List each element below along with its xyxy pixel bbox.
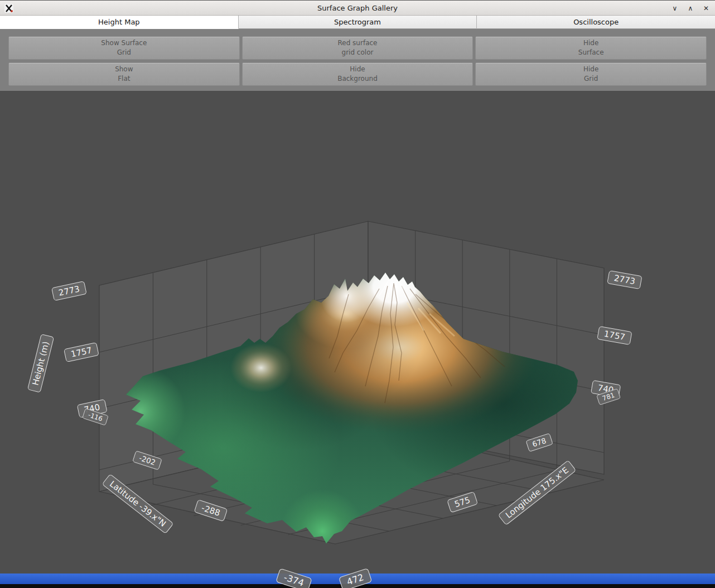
tab-height-map[interactable]: Height Map xyxy=(0,16,239,29)
surface-grid-color-button[interactable]: Red surface grid color xyxy=(242,36,474,60)
button-label: Show Surface xyxy=(9,38,239,48)
window-title: Surface Graph Gallery xyxy=(0,1,715,16)
desktop-taskbar[interactable] xyxy=(0,574,715,584)
screen-bottom-edge xyxy=(0,584,715,588)
button-label: Hide xyxy=(476,38,706,48)
button-label: Red surface xyxy=(243,38,473,48)
button-label: Hide xyxy=(243,65,473,74)
tab-bar: Height Map Spectrogram Oscilloscope xyxy=(0,16,715,29)
button-label: Hide xyxy=(476,65,706,74)
close-button[interactable]: ✕ xyxy=(702,4,711,13)
button-label: Grid xyxy=(476,74,706,84)
app-window: Surface Graph Gallery ∨ ∧ ✕ Height Map S… xyxy=(0,0,715,588)
window-controls: ∨ ∧ ✕ xyxy=(670,1,711,16)
toggle-surface-grid-button[interactable]: Show Surface Grid xyxy=(8,36,240,60)
maximize-button[interactable]: ∧ xyxy=(686,4,695,13)
toggle-flat-button[interactable]: Show Flat xyxy=(8,62,240,86)
surface-plot-scene xyxy=(0,91,715,574)
toggle-surface-button[interactable]: Hide Surface xyxy=(475,36,707,60)
button-panel: Show Surface Grid Red surface grid color… xyxy=(0,29,715,91)
tab-oscilloscope[interactable]: Oscilloscope xyxy=(477,16,715,29)
button-label: Show xyxy=(9,65,239,74)
button-label: grid color xyxy=(243,48,473,57)
toggle-grid-button[interactable]: Hide Grid xyxy=(475,62,707,86)
tab-spectrogram[interactable]: Spectrogram xyxy=(239,16,477,29)
button-label: Surface xyxy=(476,48,706,57)
button-label: Grid xyxy=(9,48,239,57)
button-label: Flat xyxy=(9,74,239,84)
surface-plot-canvas[interactable] xyxy=(0,91,715,574)
toggle-background-button[interactable]: Hide Background xyxy=(242,62,474,86)
button-label: Background xyxy=(243,74,473,84)
minimize-button[interactable]: ∨ xyxy=(670,4,679,13)
titlebar[interactable]: Surface Graph Gallery ∨ ∧ ✕ xyxy=(0,0,715,16)
